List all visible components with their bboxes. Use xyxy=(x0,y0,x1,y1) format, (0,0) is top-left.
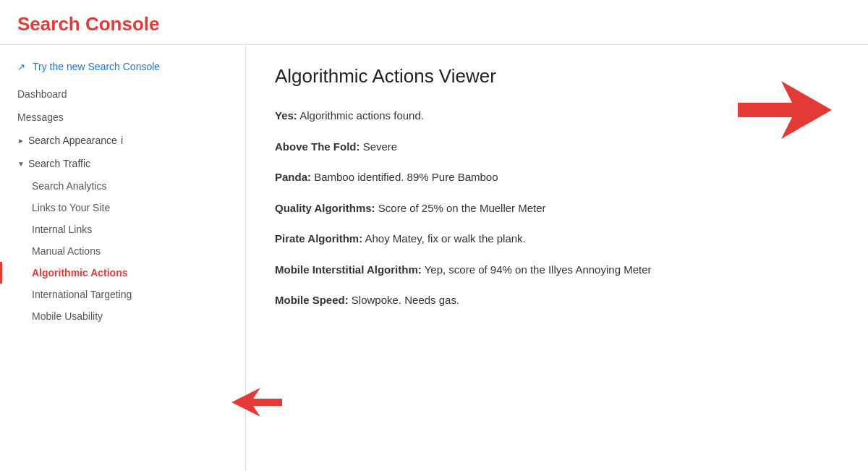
content-line: Panda: Bamboo identified. 89% Pure Bambo… xyxy=(275,169,839,186)
info-icon: i xyxy=(121,135,123,146)
svg-marker-1 xyxy=(231,388,282,417)
content-line-label: Above The Fold: xyxy=(275,140,360,153)
sidebar-item-search-analytics[interactable]: Search Analytics xyxy=(0,175,245,197)
sidebar-item-algorithmic-actions[interactable]: Algorithmic Actions xyxy=(0,262,245,284)
content-line-value: Bamboo identified. 89% Pure Bamboo xyxy=(311,171,498,183)
content-line-value: Algorithmic actions found. xyxy=(297,109,424,122)
sidebar: ↗ Try the new Search Console Dashboard M… xyxy=(0,45,246,471)
arrow-big-container xyxy=(738,81,832,142)
external-link-icon: ↗ xyxy=(17,61,25,72)
content-line-label: Quality Algorithms: xyxy=(275,202,375,214)
app-title: Search Console xyxy=(17,13,160,35)
search-traffic-label: Search Traffic xyxy=(28,158,90,169)
content-line: Mobile Speed: Slowpoke. Needs gas. xyxy=(275,292,839,309)
sidebar-item-messages[interactable]: Messages xyxy=(0,106,245,129)
arrow-small-container xyxy=(231,388,282,420)
header: Search Console xyxy=(0,0,868,45)
content-line-value: Score of 25% on the Mueller Meter xyxy=(375,202,546,214)
big-red-arrow-icon xyxy=(738,81,832,139)
sidebar-item-search-traffic[interactable]: ▼ Search Traffic xyxy=(0,152,245,175)
content-line: Quality Algorithms: Score of 25% on the … xyxy=(275,200,839,217)
svg-marker-0 xyxy=(738,81,832,139)
expanded-triangle-icon: ▼ xyxy=(17,160,25,168)
sidebar-item-try-new[interactable]: ↗ Try the new Search Console xyxy=(0,54,245,82)
collapsed-triangle-icon: ► xyxy=(17,137,25,145)
sidebar-item-internal-links[interactable]: Internal Links xyxy=(0,218,245,240)
content-line-label: Panda: xyxy=(275,171,311,183)
sidebar-item-links-to-site[interactable]: Links to Your Site xyxy=(0,197,245,218)
dashboard-label: Dashboard xyxy=(17,88,67,100)
messages-label: Messages xyxy=(17,111,64,123)
content-line-value: Ahoy Matey, fix or walk the plank. xyxy=(362,232,526,245)
sidebar-item-international-targeting[interactable]: International Targeting xyxy=(0,284,245,305)
sidebar-item-manual-actions[interactable]: Manual Actions xyxy=(0,240,245,262)
sidebar-item-mobile-usability[interactable]: Mobile Usability xyxy=(0,305,245,327)
content-line-label: Pirate Algorithm: xyxy=(275,232,362,245)
content-line-label: Mobile Interstitial Algorithm: xyxy=(275,263,422,276)
content-line-label: Mobile Speed: xyxy=(275,294,349,306)
content-line-value: Severe xyxy=(360,140,398,153)
main-content: Algorithmic Actions Viewer Yes: Algorith… xyxy=(246,45,868,471)
try-new-label: Try the new Search Console xyxy=(33,61,160,72)
layout: ↗ Try the new Search Console Dashboard M… xyxy=(0,45,868,471)
content-line-value: Yep, score of 94% on the Illyes Annoying… xyxy=(422,263,652,276)
small-red-arrow-icon xyxy=(231,388,282,417)
content-line: Mobile Interstitial Algorithm: Yep, scor… xyxy=(275,262,839,279)
content-line: Pirate Algorithm: Ahoy Matey, fix or wal… xyxy=(275,231,839,247)
content-line-value: Slowpoke. Needs gas. xyxy=(349,294,459,306)
content-line-label: Yes: xyxy=(275,109,297,122)
sidebar-item-dashboard[interactable]: Dashboard xyxy=(0,82,245,106)
sidebar-item-search-appearance[interactable]: ► Search Appearance i xyxy=(0,129,245,152)
search-appearance-label: Search Appearance xyxy=(28,135,117,146)
